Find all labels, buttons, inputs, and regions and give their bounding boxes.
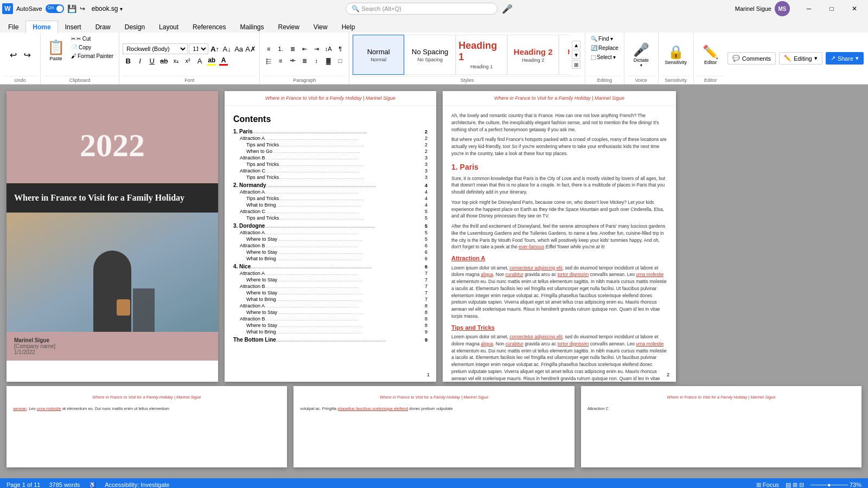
sort-btn[interactable]: ↕A (323, 43, 334, 54)
close-btn[interactable]: ✕ (843, 1, 866, 16)
tab-mailings[interactable]: Mailings (233, 21, 271, 33)
increase-font-btn[interactable]: A↑ (209, 43, 220, 54)
subscript-btn[interactable]: x₂ (170, 55, 181, 66)
tab-review[interactable]: Review (271, 21, 307, 33)
bold-btn[interactable]: B (123, 55, 133, 66)
para2-paragraph: But where you'll really find France's ho… (451, 136, 667, 157)
style-heading2[interactable]: Heading 2 Heading 2 (507, 35, 559, 75)
border-btn[interactable]: □ (335, 55, 346, 66)
decrease-font-btn[interactable]: A↓ (221, 43, 232, 54)
toc-item: 3. Dordogne ............................… (233, 223, 427, 229)
styles-scroll-up[interactable]: ▲ (572, 41, 580, 49)
italic-btn[interactable]: I (135, 55, 145, 66)
ribbon-content: ↩ ↩ Undo 📋 Paste ✂✂ Cut 📄Copy 🖌Format Pa… (0, 33, 868, 85)
editor-btn[interactable]: ✏️ Editor (697, 38, 724, 72)
tab-view[interactable]: View (307, 21, 335, 33)
styles-more[interactable]: ⊞ (572, 60, 580, 69)
superscript-btn[interactable]: x² (182, 55, 193, 66)
line-spacing-btn[interactable]: ↕ (311, 55, 322, 66)
clipboard-group: 📋 Paste ✂✂ Cut 📄Copy 🖌Format Painter Cli… (41, 33, 119, 84)
underline-btn[interactable]: U (146, 55, 157, 66)
font-size-select[interactable]: 11 (189, 43, 208, 54)
undo-btn[interactable]: ↩ (7, 48, 20, 61)
toc-item: Attraction A ...........................… (233, 303, 427, 309)
file-dropdown-icon[interactable]: ▾ (120, 6, 123, 12)
share-btn[interactable]: ↗ Share ▾ (826, 52, 864, 65)
minimize-btn[interactable]: ─ (797, 1, 820, 16)
dictate-btn[interactable]: 🎤 Dictate ▾ (628, 38, 655, 72)
styles-group: Normal Normal No Spacing No Spacing Head… (349, 33, 585, 84)
search-icon: 🔍 (352, 5, 360, 12)
text-effects-btn[interactable]: A (194, 55, 205, 66)
restore-btn[interactable]: □ (820, 1, 843, 16)
comments-btn[interactable]: 💬 Comments (727, 52, 776, 65)
toc-item: Where to Stay ..........................… (233, 277, 427, 282)
find-btn[interactable]: 🔍 Find ▾ (589, 35, 615, 43)
style-heading3[interactable]: Heading 3 Heading 3 (559, 35, 570, 75)
tab-references[interactable]: References (186, 21, 233, 33)
undo-label: Undo (3, 76, 37, 83)
save-icon[interactable]: 💾 (67, 4, 76, 13)
editor-group: ✏️ Editor Editor (694, 33, 727, 84)
tab-draw[interactable]: Draw (88, 21, 118, 33)
tab-help[interactable]: Help (335, 21, 362, 33)
multilevel-btn[interactable]: ≣ (287, 43, 298, 54)
change-case-btn[interactable]: Aa (233, 43, 244, 54)
tab-layout[interactable]: Layout (152, 21, 186, 33)
toc-item: Attraction B ...........................… (233, 316, 427, 322)
style-heading1[interactable]: Heading 1 Heading 1 (456, 35, 507, 75)
focus-btn[interactable]: ⊞ Focus (756, 481, 779, 489)
cut-btn[interactable]: ✂✂ Cut (69, 35, 116, 43)
redo-btn[interactable]: ↩ (21, 48, 34, 61)
accessibility-text: Accessibility: Investigate (105, 481, 169, 488)
align-center-btn[interactable]: ≡ (275, 55, 286, 66)
increase-indent-btn[interactable]: ⇥ (311, 43, 322, 54)
content-page: Where in France to Visit for a Family Ho… (443, 91, 676, 382)
align-left-btn[interactable]: ⬱ (263, 55, 274, 66)
mic-icon[interactable]: 🎤 (502, 4, 513, 14)
toc-item: Attraction A ...........................… (233, 230, 427, 235)
bullets-btn[interactable]: ≡ (263, 43, 274, 54)
clear-format-btn[interactable]: A✗ (245, 43, 256, 54)
font-color-btn[interactable]: A (218, 56, 229, 66)
shading-btn[interactable]: ▓ (323, 55, 334, 66)
tab-insert[interactable]: Insert (58, 21, 88, 33)
toc-page-number: 1 (427, 372, 430, 377)
font-family-select[interactable]: Rockwell (Body) (123, 43, 188, 54)
style-no-spacing[interactable]: No Spacing No Spacing (404, 35, 456, 75)
tips-p1: Lorem ipsum dolor sit amet, consectetur … (451, 333, 667, 382)
paste-btn[interactable]: 📋 Paste (44, 35, 68, 65)
toc-item: Tips and Tricks ........................… (233, 162, 427, 167)
highlight-color-btn[interactable]: ab (206, 56, 217, 66)
copy-btn[interactable]: 📄Copy (69, 43, 116, 52)
styles-scroll-down[interactable]: ▼ (572, 50, 580, 59)
toc-item: Tips and Tricks ........................… (233, 142, 427, 147)
tab-design[interactable]: Design (118, 21, 152, 33)
tab-home[interactable]: Home (25, 21, 58, 33)
zoom-slider[interactable]: ────●──── 73% (810, 481, 861, 488)
decrease-indent-btn[interactable]: ⇤ (299, 43, 310, 54)
select-btn[interactable]: ⬚ Select ▾ (589, 53, 618, 61)
toc-item: Attraction B ...........................… (233, 284, 427, 289)
numbering-btn[interactable]: 1. (275, 43, 286, 54)
strikethrough-btn[interactable]: ab (158, 55, 169, 66)
title-bar: W AutoSave On 💾 ↩ ebook.sg ▾ 🔍 Search (A… (0, 0, 868, 17)
sensitivity-btn[interactable]: 🔒 Sensitivity (662, 38, 690, 72)
content-page-number: 2 (667, 372, 669, 377)
toc-item: 1. Paris ...............................… (233, 129, 427, 134)
replace-btn[interactable]: 🔄 Replace (589, 44, 621, 52)
align-right-btn[interactable]: ⬲ (287, 55, 298, 66)
auto-save-toggle[interactable]: On (46, 4, 64, 13)
tips-heading: Tips and Tricks (451, 323, 667, 332)
undo-icon-title[interactable]: ↩ (80, 5, 85, 12)
pilcrow-btn[interactable]: ¶ (335, 43, 346, 54)
paste-label: Paste (49, 56, 62, 61)
user-name: Marinel Sigue (735, 5, 771, 12)
style-normal[interactable]: Normal Normal (353, 35, 404, 75)
format-painter-btn[interactable]: 🖌Format Painter (69, 52, 116, 60)
attraction-p1: Lorem ipsum dolor sit amet, consectetur … (451, 265, 667, 320)
search-bar[interactable]: 🔍 Search (Alt+Q) (346, 3, 497, 15)
justify-btn[interactable]: ≣ (299, 55, 310, 66)
editing-mode-btn[interactable]: ✏️ Editing ▾ (779, 52, 822, 65)
tab-file[interactable]: File (1, 21, 25, 33)
